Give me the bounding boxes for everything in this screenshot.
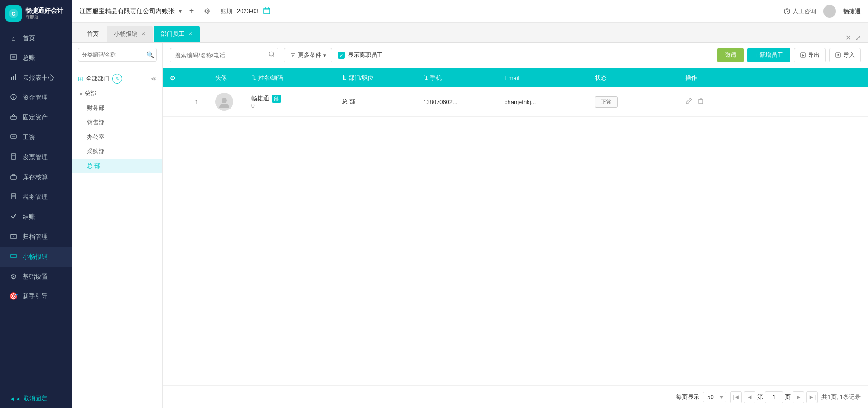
sidebar-item-label: 总账 — [23, 54, 35, 62]
sidebar-item-inventory[interactable]: 库存核算 — [0, 167, 72, 187]
total-records: 共1页, 1条记录 — [821, 393, 861, 401]
sidebar-item-archive[interactable]: 归档管理 — [0, 227, 72, 247]
add-employee-btn[interactable]: + 新增员工 — [747, 48, 790, 62]
dept-general-label: 总部 — [85, 90, 96, 98]
dept-item-purchase[interactable]: 采购部 — [72, 144, 162, 159]
cancel-pin-btn[interactable]: ◄◄ 取消固定 — [0, 389, 72, 408]
svg-line-33 — [273, 56, 275, 57]
dept-item-finance[interactable]: 财务部 — [72, 101, 162, 115]
sidebar-item-label: 税务管理 — [23, 193, 48, 201]
employee-search-input[interactable] — [170, 48, 278, 62]
prev-page-btn[interactable]: ◄ — [744, 391, 755, 403]
expense-report-icon — [9, 252, 18, 261]
period-label: 账期 — [221, 7, 232, 15]
sidebar-item-closing[interactable]: 结账 — [0, 207, 72, 227]
filter-btn[interactable]: 更多条件 ▾ — [284, 48, 332, 62]
col-actions: 操作 — [678, 68, 868, 87]
cell-gear — [163, 87, 185, 117]
col-dept-position[interactable]: ⇅ 部门/职位 — [335, 68, 416, 87]
current-page-input[interactable] — [765, 391, 783, 403]
edit-employee-btn[interactable] — [685, 97, 693, 106]
funds-icon: ¥ — [9, 93, 18, 102]
all-dept-header[interactable]: ⊞ 全部部门 ✎ ≪ — [72, 71, 162, 86]
page-size-label: 每页显示 — [676, 393, 699, 401]
sidebar-item-label: 结账 — [23, 213, 35, 221]
collapse-icon[interactable]: ≪ — [151, 76, 157, 82]
support-label: 人工咨询 — [793, 7, 816, 15]
dept-item-general-sub[interactable]: 总 部 — [72, 159, 162, 173]
sidebar-item-label: 库存核算 — [23, 173, 48, 181]
dept-search-icon[interactable]: 🔍 — [146, 51, 154, 58]
sidebar-item-settings[interactable]: ⚙ 基础设置 — [0, 267, 72, 286]
ledger-icon — [9, 53, 18, 62]
delete-employee-btn[interactable] — [697, 97, 704, 106]
tab-home[interactable]: 首页 — [80, 26, 106, 42]
tab-expense-close[interactable]: ✕ — [141, 31, 146, 37]
dept-finance-label: 财务部 — [87, 104, 104, 112]
dept-search-input[interactable] — [78, 48, 157, 62]
last-page-btn[interactable]: ►| — [806, 391, 818, 403]
dept-search-box: 🔍 — [72, 43, 162, 67]
col-index — [185, 68, 208, 87]
sidebar-item-payroll[interactable]: 工资 — [0, 128, 72, 147]
sidebar-item-expense-report[interactable]: 小畅报销 — [0, 247, 72, 267]
import-btn[interactable]: 导入 — [829, 48, 861, 62]
app-logo: C 畅捷通好会计 旗舰版 — [0, 0, 72, 27]
invite-btn[interactable]: 邀请 — [717, 48, 744, 62]
company-dropdown-btn[interactable]: ▾ — [179, 8, 182, 14]
sidebar-item-fixed-assets[interactable]: 固定资产 — [0, 108, 72, 128]
cell-email: chanjethkj... — [497, 87, 588, 117]
settings-gear-btn[interactable]: ⚙ — [202, 6, 212, 17]
tab-expense[interactable]: 小畅报销 ✕ — [107, 26, 153, 42]
svg-text:C: C — [11, 10, 16, 17]
svg-rect-17 — [11, 194, 16, 199]
tabs-right: ✕ ⤢ — [845, 33, 861, 42]
page-size-select[interactable]: 50 20 100 — [703, 392, 726, 402]
export-btn[interactable]: 导出 — [794, 48, 826, 62]
payroll-icon — [9, 133, 18, 142]
tab-dept-employee[interactable]: 部门员工 ✕ — [154, 26, 200, 42]
dept-purchase-label: 采购部 — [87, 147, 104, 156]
reports-icon — [9, 73, 18, 82]
right-panel: 更多条件 ▾ ✓ 显示离职员工 邀请 + 新增员工 导出 导入 — [163, 43, 868, 408]
employee-search-icon[interactable] — [269, 51, 275, 59]
close-window-btn[interactable]: ✕ — [845, 33, 851, 42]
inventory-icon — [9, 173, 18, 182]
export-label: 导出 — [808, 51, 820, 59]
show-resigned-checkbox[interactable]: ✓ — [338, 52, 345, 59]
col-name-code[interactable]: ⇅ 姓名/编码 — [244, 68, 335, 87]
first-page-btn[interactable]: |◄ — [730, 391, 742, 403]
sidebar-item-label: 资金管理 — [23, 94, 48, 102]
sidebar-item-invoice[interactable]: 发票管理 — [0, 147, 72, 167]
svg-rect-42 — [699, 100, 703, 104]
toolbar-right: 邀请 + 新增员工 导出 导入 — [717, 48, 861, 62]
dept-item-sales[interactable]: 销售部 — [72, 115, 162, 130]
sidebar-item-reports[interactable]: 云报表中心 — [0, 68, 72, 88]
dept-item-general[interactable]: ▾ 总部 — [72, 86, 162, 101]
sidebar-item-funds[interactable]: ¥ 资金管理 — [0, 88, 72, 108]
employee-code: 0 — [251, 103, 327, 109]
add-company-btn[interactable]: + — [186, 6, 197, 17]
svg-rect-2 — [11, 54, 16, 60]
sidebar-item-guide[interactable]: 🎯 新手引导 — [0, 286, 72, 306]
logo-icon: C — [5, 5, 22, 22]
support-btn[interactable]: 人工咨询 — [783, 7, 816, 15]
sidebar-item-tax[interactable]: 税务管理 — [0, 187, 72, 207]
svg-rect-7 — [15, 74, 16, 80]
svg-point-31 — [828, 9, 831, 12]
sidebar-item-label: 云报表中心 — [23, 74, 54, 82]
col-gear[interactable]: ⚙ — [163, 68, 185, 87]
tab-dept-close[interactable]: ✕ — [188, 31, 193, 37]
dept-item-office[interactable]: 办公室 — [72, 130, 162, 144]
employee-name: 畅捷通 — [251, 95, 269, 103]
svg-point-41 — [222, 98, 227, 103]
sidebar-item-home[interactable]: ⌂ 首页 — [0, 29, 72, 48]
next-page-btn[interactable]: ► — [793, 391, 804, 403]
cell-avatar — [208, 87, 244, 117]
col-phone[interactable]: ⇅ 手机 — [416, 68, 497, 87]
sidebar-item-ledger[interactable]: 总账 — [0, 48, 72, 68]
dept-edit-btn[interactable]: ✎ — [112, 74, 122, 84]
calendar-icon[interactable] — [263, 7, 270, 15]
expand-window-btn[interactable]: ⤢ — [855, 33, 861, 42]
svg-point-30 — [787, 13, 788, 14]
